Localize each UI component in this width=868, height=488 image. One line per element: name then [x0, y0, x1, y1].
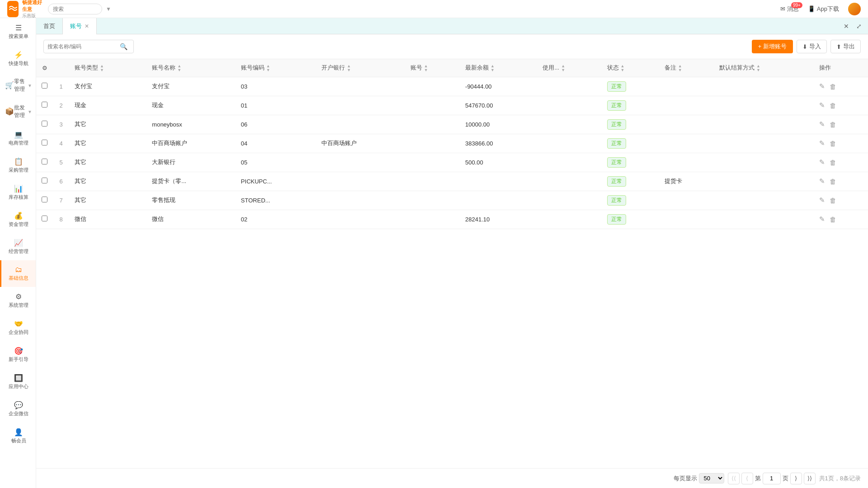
delete-icon-3[interactable]: 🗑 — [830, 140, 836, 147]
edit-icon-0[interactable]: ✎ — [819, 82, 825, 90]
row-bank-5 — [316, 172, 405, 191]
tab-accounts[interactable]: 账号✕ — [63, 18, 97, 34]
row-select-7[interactable] — [42, 216, 47, 221]
avatar[interactable] — [848, 3, 861, 15]
sidebar-item-enterprise-wechat[interactable]: 💬企业微信 — [0, 395, 36, 422]
search-input[interactable] — [47, 43, 120, 50]
delete-icon-6[interactable]: 🗑 — [830, 197, 836, 204]
row-name-3: 中百商场账户 — [146, 134, 236, 153]
row-code-3: 04 — [236, 134, 316, 153]
row-checkbox-0[interactable] — [36, 77, 53, 96]
page-size-dropdown[interactable]: 102050100 — [699, 473, 724, 483]
sidebar-item-finance-mgmt[interactable]: 💰资金管理 — [0, 206, 36, 233]
sidebar-icon-purchase-mgmt: 📋 — [14, 157, 23, 166]
sidebar-item-member[interactable]: 👤畅会员 — [0, 422, 36, 450]
edit-icon-5[interactable]: ✎ — [819, 177, 825, 185]
row-status-0: 正常 — [602, 77, 659, 96]
nav-arrow-icon[interactable]: ▼ — [106, 6, 111, 12]
row-account-2 — [405, 115, 460, 134]
row-select-1[interactable] — [42, 102, 47, 108]
sidebar-icon-enterprise-wechat: 💬 — [14, 401, 23, 409]
delete-icon-1[interactable]: 🗑 — [830, 102, 836, 109]
row-note-5: 提货卡 — [659, 172, 714, 191]
row-checkbox-3[interactable] — [36, 134, 53, 153]
bank-column-header[interactable]: 开户银行▲▼ — [316, 59, 405, 77]
last-page-button[interactable]: ⟩⟩ — [804, 473, 816, 484]
row-select-4[interactable] — [42, 159, 47, 164]
name-column-header[interactable]: 账号名称▲▼ — [146, 59, 236, 77]
import-button[interactable]: ⬇ 导入 — [797, 40, 827, 53]
row-checkbox-6[interactable] — [36, 191, 53, 210]
delete-icon-7[interactable]: 🗑 — [830, 216, 836, 223]
page-number-input[interactable] — [763, 473, 781, 484]
sidebar-item-enterprise-agreement[interactable]: 🤝企业协同 — [0, 314, 36, 341]
sidebar-label-enterprise-wechat: 企业微信 — [9, 410, 28, 417]
top-search-input[interactable] — [48, 4, 102, 14]
messages-button[interactable]: ✉ 消息 99+ — [780, 5, 799, 13]
app-download-button[interactable]: 📱 App下载 — [808, 5, 839, 13]
gear-column-header[interactable]: ⚙ — [36, 59, 53, 77]
row-select-3[interactable] — [42, 140, 47, 145]
sidebar-item-ecommerce-mgmt[interactable]: 💻电商管理 — [0, 125, 36, 152]
status-column-header[interactable]: 状态▲▼ — [602, 59, 659, 77]
tab-expand-action[interactable]: ⤢ — [854, 21, 864, 32]
delete-icon-4[interactable]: 🗑 — [830, 159, 836, 166]
edit-icon-3[interactable]: ✎ — [819, 139, 825, 147]
row-checkbox-7[interactable] — [36, 210, 53, 229]
add-account-button[interactable]: + 新增账号 — [752, 40, 793, 53]
balance-column-header[interactable]: 最新余额▲▼ — [460, 59, 537, 77]
edit-icon-7[interactable]: ✎ — [819, 215, 825, 223]
sidebar-icon-app-center: 🔲 — [14, 374, 23, 382]
prev-page-button[interactable]: ⟨ — [741, 473, 753, 484]
row-num-1: 2 — [53, 96, 69, 115]
edit-icon-4[interactable]: ✎ — [819, 158, 825, 166]
sidebar-item-system-mgmt[interactable]: ⚙系统管理 — [0, 287, 36, 314]
row-select-5[interactable] — [42, 178, 47, 183]
first-page-button[interactable]: ⟨⟨ — [728, 473, 740, 484]
delete-icon-5[interactable]: 🗑 — [830, 178, 836, 185]
search-icon[interactable]: 🔍 — [120, 43, 127, 50]
type-column-header[interactable]: 账号类型▲▼ — [69, 59, 146, 77]
content-area: 首页账号✕ ✕ ⤢ 🔍 + 新增账号 ⬇ 导入 — [36, 18, 868, 488]
sidebar-item-wholesale-mgmt[interactable]: 📦批发管理▼ — [0, 99, 36, 125]
row-checkbox-4[interactable] — [36, 153, 53, 172]
sidebar-item-retail-mgmt[interactable]: 🛒零售管理▼ — [0, 72, 36, 99]
row-action-0: ✎ 🗑 — [814, 77, 868, 96]
next-page-button[interactable]: ⟩ — [790, 473, 802, 484]
edit-icon-2[interactable]: ✎ — [819, 120, 825, 128]
row-type-7: 微信 — [69, 210, 146, 229]
row-checkbox-2[interactable] — [36, 115, 53, 134]
sidebar-item-quick-nav[interactable]: ⚡快捷导航 — [0, 45, 36, 72]
sidebar-item-new-guide[interactable]: 🎯新手引导 — [0, 341, 36, 368]
tab-close-action[interactable]: ✕ — [841, 21, 852, 32]
row-select-6[interactable] — [42, 197, 47, 202]
code-column-header[interactable]: 账号编码▲▼ — [236, 59, 316, 77]
sidebar-icon-inventory-calc: 📊 — [14, 184, 23, 193]
account-column-header[interactable]: 账号▲▼ — [405, 59, 460, 77]
sidebar-label-basic-info: 基础信息 — [9, 275, 28, 282]
row-checkbox-1[interactable] — [36, 96, 53, 115]
delete-icon-2[interactable]: 🗑 — [830, 121, 836, 128]
tab-bar: 首页账号✕ ✕ ⤢ — [36, 18, 868, 34]
row-usage-3 — [537, 134, 601, 153]
export-button[interactable]: ⬆ 导出 — [830, 40, 861, 53]
note-column-header[interactable]: 备注▲▼ — [659, 59, 714, 77]
sidebar-item-operation-mgmt[interactable]: 📈经营管理 — [0, 233, 36, 260]
row-select-2[interactable] — [42, 121, 47, 127]
sidebar-item-purchase-mgmt[interactable]: 📋采购管理 — [0, 152, 36, 179]
tab-close-accounts[interactable]: ✕ — [85, 23, 89, 29]
default-payment-column-header[interactable]: 默认结算方式▲▼ — [714, 59, 814, 77]
sidebar-item-basic-info[interactable]: 🗂基础信息 — [0, 260, 36, 287]
tab-home[interactable]: 首页 — [36, 18, 63, 34]
download-label: App下载 — [817, 5, 839, 13]
sidebar-item-app-center[interactable]: 🔲应用中心 — [0, 368, 36, 395]
usage-column-header[interactable]: 使用...▲▼ — [537, 59, 601, 77]
edit-icon-6[interactable]: ✎ — [819, 196, 825, 204]
edit-icon-1[interactable]: ✎ — [819, 101, 825, 109]
row-select-0[interactable] — [42, 83, 47, 89]
sidebar-item-search-menu[interactable]: ☰搜索菜单 — [0, 18, 36, 45]
row-type-0: 支付宝 — [69, 77, 146, 96]
sidebar-item-inventory-calc[interactable]: 📊库存核算 — [0, 179, 36, 206]
row-checkbox-5[interactable] — [36, 172, 53, 191]
delete-icon-0[interactable]: 🗑 — [830, 83, 836, 90]
